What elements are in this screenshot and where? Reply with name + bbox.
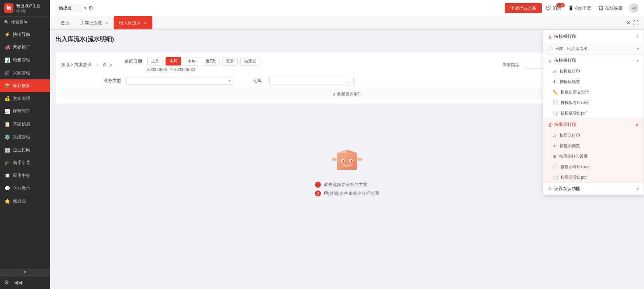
tab-close-inout[interactable]: ✕ bbox=[144, 21, 147, 25]
template-panel-header: 🖨 按模板打印 ∧ bbox=[543, 30, 644, 43]
sidebar-item-system[interactable]: ⚙️ 系统管理 bbox=[0, 131, 50, 143]
step-num-2: 2 bbox=[315, 190, 321, 196]
enterprise-icon: 🏢 bbox=[4, 147, 10, 153]
sidebar-item-quick-nav[interactable]: ⚡ 快捷导航 bbox=[0, 28, 50, 41]
display-pdf-icon: 📑 bbox=[553, 175, 558, 180]
tab-home[interactable]: 首页 bbox=[55, 16, 75, 29]
template-print-section-header[interactable]: 🖨 按模板打印 ▾ bbox=[543, 55, 644, 66]
date-btn-custom[interactable]: 自定义 bbox=[240, 57, 260, 65]
sidebar-item-marketing[interactable]: 📣 营销推广 bbox=[0, 41, 50, 54]
item-excel-icon: 📄 bbox=[553, 100, 558, 105]
basic-icon: 📋 bbox=[4, 121, 10, 127]
business-label: 业务类型 bbox=[104, 78, 124, 84]
template-print-item[interactable]: 🖨 按模板打印 bbox=[543, 66, 644, 77]
date-btn-more[interactable]: 更多 bbox=[222, 57, 238, 65]
search-icon: 🔍 bbox=[4, 20, 9, 25]
sidebar-navigation: ⚡ 快捷导航 📣 营销推广 📊 销售管理 🛒 采购管理 📦 库存核算 💰 资金管… bbox=[0, 28, 50, 269]
filter-business-row: 业务类型 ▾ bbox=[104, 77, 234, 85]
item-pdf-icon: 📑 bbox=[553, 111, 558, 116]
purchase-icon: 🛒 bbox=[4, 70, 10, 76]
current-template-arrow[interactable]: ▾ bbox=[637, 47, 639, 51]
industry-btn[interactable]: 体验行业方案 bbox=[505, 3, 542, 13]
sales-icon: 📊 bbox=[4, 57, 10, 63]
filter-warehouse-section: 仓库 ... bbox=[253, 76, 354, 85]
empty-step-1: 1 请先选择要分析的方案 bbox=[315, 180, 379, 189]
date-btn-this-month[interactable]: 本月 bbox=[166, 57, 181, 65]
sidebar-item-basic[interactable]: 📋 基础信息 bbox=[0, 118, 50, 131]
header-settings-icon[interactable]: ⚙ bbox=[88, 5, 93, 11]
panel-collapse-btn[interactable]: ∧ bbox=[636, 34, 639, 39]
sidebar-item-purchase[interactable]: 🛒 采购管理 bbox=[0, 67, 50, 79]
message-badge: 99+ bbox=[556, 3, 565, 7]
template-print-section-icon: 🖨 bbox=[548, 58, 552, 63]
warehouse-select[interactable]: ... bbox=[269, 76, 354, 85]
sidebar-item-guide[interactable]: 🎓 新手引导 bbox=[0, 156, 50, 169]
sidebar-item-inventory[interactable]: 📦 库存核算 bbox=[0, 79, 50, 92]
main-area: 畅捷通 ▾ ⚙ 体验行业方案 💬 消息 99+ 📱 App下载 🎧 在线客服 R… bbox=[50, 0, 644, 289]
sidebar-scroll-down[interactable]: ▼ bbox=[0, 269, 50, 275]
business-select[interactable]: ▾ bbox=[126, 77, 234, 85]
sidebar-item-finance[interactable]: 💰 资金管理 bbox=[0, 92, 50, 105]
template-excel-item[interactable]: 📄 按模板导出excel bbox=[543, 98, 644, 108]
template-design-item[interactable]: ✏️ 模板自定义设计 bbox=[543, 87, 644, 98]
sidebar-item-apps[interactable]: 🔲 应用中心 bbox=[0, 169, 50, 182]
tab-batch-account[interactable]: 库存批次账 ✕ bbox=[75, 16, 114, 29]
date-btn-this-year[interactable]: 本年 bbox=[184, 57, 199, 65]
display-print-settings-item[interactable]: ⚙ 按显示打印设置 bbox=[543, 151, 644, 162]
collapse-sidebar-icon[interactable]: ◀◀ bbox=[14, 279, 22, 286]
filter-add-icon[interactable]: ＋ bbox=[94, 61, 100, 69]
type-label: 单据类型 bbox=[502, 62, 522, 68]
empty-step-2: 2 用[过滤]条件来缩小分析范围 bbox=[315, 189, 379, 198]
template-panel-title: 🖨 按模板打印 bbox=[548, 33, 576, 40]
filter-date-section: 单据日期 上月 本月 本年 近7天 更多 自定义 2023-06-01 至 20… bbox=[124, 57, 497, 73]
app-download-btn[interactable]: 📱 App下载 bbox=[568, 5, 591, 11]
default-section-arrow: ▾ bbox=[637, 186, 639, 191]
tab-inout-flow[interactable]: 出入库流水 ✕ bbox=[114, 16, 152, 29]
filter-settings-icon[interactable]: ⚙ bbox=[103, 62, 107, 68]
panel-section-display-print: 🖨 按显示打印 ∧ 🖨 按显示打印 👁 按显示预览 ⚙ 按显示打印设置 bbox=[543, 119, 644, 183]
messages-btn[interactable]: 💬 消息 99+ bbox=[546, 5, 561, 11]
top-header: 畅捷通 ▾ ⚙ 体验行业方案 💬 消息 99+ 📱 App下载 🎧 在线客服 R… bbox=[50, 0, 644, 16]
default-section-header[interactable]: ⚙ 设置默认功能 ▾ bbox=[543, 183, 644, 194]
avatar[interactable]: Rit bbox=[629, 3, 639, 13]
member-icon: ⭐ bbox=[4, 198, 10, 204]
panel-section-default: ⚙ 设置默认功能 ▾ bbox=[543, 183, 644, 195]
download-icon: 📱 bbox=[568, 5, 574, 10]
template-print-section-arrow: ▾ bbox=[637, 58, 639, 63]
filter-label-row: 按以下方案查询 ＋ ⚙ « bbox=[61, 61, 112, 69]
tab-close-batch[interactable]: ✕ bbox=[105, 21, 108, 25]
header-dropdown-icon[interactable]: ▾ bbox=[84, 6, 86, 10]
sidebar-search[interactable]: 🔍 搜索菜单 bbox=[0, 17, 50, 28]
date-btn-7days[interactable]: 近7天 bbox=[202, 57, 220, 65]
sidebar-item-wechat[interactable]: 💬 企业微信 bbox=[0, 182, 50, 195]
maximize-icon[interactable]: ⛶ bbox=[633, 20, 639, 26]
template-pdf-item[interactable]: 📑 按模板导出pdf bbox=[543, 108, 644, 119]
display-excel-item[interactable]: 📄 按显示导出excel bbox=[543, 162, 644, 172]
display-pdf-item[interactable]: 📑 按显示导出pdf bbox=[543, 172, 644, 183]
sidebar-item-sales[interactable]: 📊 销售管理 bbox=[0, 54, 50, 67]
sidebar-logo: 畅 畅捷通好生意 标准版 bbox=[0, 0, 50, 17]
template-preview-item[interactable]: 👁 按模板预览 bbox=[543, 77, 644, 87]
guide-icon: 🎓 bbox=[4, 160, 10, 166]
current-template-icon: 📄 bbox=[548, 47, 553, 51]
date-btn-last-month[interactable]: 上月 bbox=[147, 57, 163, 65]
sidebar-item-operations[interactable]: 📈 经营管理 bbox=[0, 105, 50, 118]
sidebar-item-member[interactable]: ⭐ 畅会员 bbox=[0, 195, 50, 208]
display-settings-icon: ⚙ bbox=[553, 154, 557, 159]
display-print-section-header[interactable]: 🖨 按显示打印 ∧ bbox=[543, 119, 644, 130]
message-icon: 💬 bbox=[546, 5, 551, 10]
warehouse-label: 仓库 bbox=[253, 78, 267, 84]
filter-collapse-icon[interactable]: « bbox=[110, 62, 112, 68]
filter-label: 按以下方案查询 bbox=[61, 62, 92, 68]
filter-date-row: 单据日期 上月 本月 本年 近7天 更多 自定义 bbox=[124, 57, 497, 65]
display-print-item[interactable]: 🖨 按显示打印 bbox=[543, 130, 644, 141]
scroll-down-icon: ▼ bbox=[23, 270, 27, 274]
display-preview-item[interactable]: 👁 按显示预览 bbox=[543, 141, 644, 151]
tab-bar: 首页 库存批次账 ✕ 出入库流水 ✕ ✕ ⛶ bbox=[50, 16, 644, 30]
sidebar-item-enterprise[interactable]: 🏢 企业协同 bbox=[0, 143, 50, 156]
close-tab-icon[interactable]: ✕ bbox=[626, 20, 631, 26]
online-service-btn[interactable]: 🎧 在线客服 bbox=[598, 5, 622, 11]
sidebar: 畅 畅捷通好生意 标准版 🔍 搜索菜单 ⚡ 快捷导航 📣 营销推广 📊 销售管理… bbox=[0, 0, 50, 289]
item-design-icon: ✏️ bbox=[553, 90, 558, 95]
settings-icon[interactable]: ⚙ bbox=[4, 279, 9, 286]
